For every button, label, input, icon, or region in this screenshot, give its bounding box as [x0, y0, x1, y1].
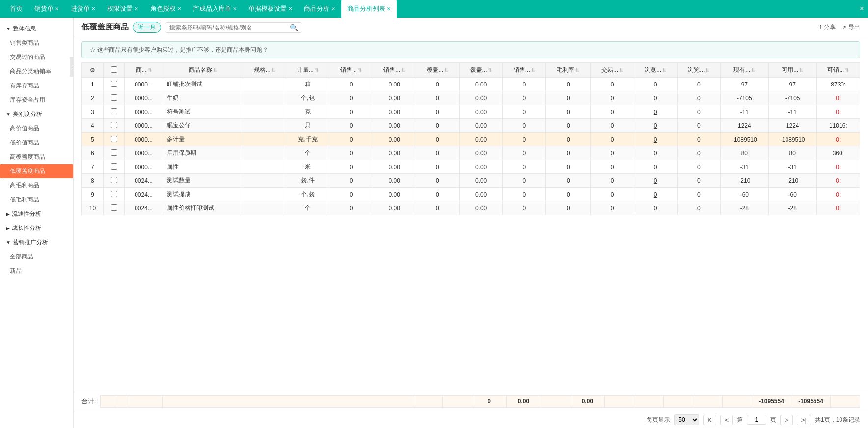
nav-template[interactable]: 单据模板设置 ×: [243, 0, 298, 18]
sidebar-section-marketing[interactable]: ▼ 营销推广分析: [0, 235, 73, 250]
row-checkbox[interactable]: [103, 201, 124, 215]
col-unit: 计量...⇅: [286, 63, 329, 78]
table-row: 5 0000... 多计量 克,千克 0 0.00 0 0.00 0 0 0 0…: [82, 133, 860, 146]
total-label: 合计:: [81, 397, 96, 406]
window-close-button[interactable]: ×: [860, 4, 864, 13]
row-cover1: 0: [416, 133, 459, 146]
sidebar-section-circulation[interactable]: ▶ 流通性分析: [0, 207, 73, 221]
row-browse1[interactable]: 0: [634, 91, 677, 105]
table-header-row: ⚙ 商...⇅ 商品名称⇅ 规格...⇅ 计量...⇅ 销售...⇅ 销售...…: [82, 63, 860, 78]
nav-product-analysis-list[interactable]: 商品分析列表 ×: [341, 0, 397, 18]
row-name[interactable]: 眠宝公仔: [163, 119, 243, 133]
sidebar-item-all-goods[interactable]: 全部商品: [0, 250, 73, 264]
col-settings[interactable]: ⚙: [82, 63, 104, 78]
row-gross-rate: 0: [546, 160, 591, 174]
export-button[interactable]: ↗ 导出: [841, 23, 860, 31]
row-cover2: 0.00: [460, 91, 503, 105]
nav-product-in[interactable]: 产成品入库单 ×: [187, 0, 243, 18]
prev-page-button[interactable]: <: [720, 415, 733, 425]
sidebar-item-sales-goods[interactable]: 销售类商品: [0, 36, 73, 50]
row-current: 1224: [720, 119, 768, 133]
share-button[interactable]: ⤴ 分享: [819, 23, 836, 31]
row-browse1[interactable]: 0: [634, 105, 677, 119]
sidebar-item-new-goods[interactable]: 新品: [0, 264, 73, 278]
row-sales-amt: 0.00: [373, 133, 416, 146]
time-filter-button[interactable]: 近一月: [133, 22, 161, 33]
row-name[interactable]: 符号测试: [163, 105, 243, 119]
sidebar-item-capital[interactable]: 库存资金占用: [0, 93, 73, 107]
summary-current: -1095554: [752, 396, 791, 408]
sidebar-item-category-rate[interactable]: 商品分类动销率: [0, 64, 73, 79]
nav-product-analysis[interactable]: 商品分析 ×: [298, 0, 341, 18]
row-cover2: 0.00: [460, 174, 503, 188]
sidebar-item-in-stock[interactable]: 有库存商品: [0, 79, 73, 93]
row-spec: [243, 174, 286, 188]
row-browse1[interactable]: 0: [634, 174, 677, 188]
row-name[interactable]: 启用保质期: [163, 146, 243, 160]
first-page-button[interactable]: K: [703, 415, 716, 425]
row-checkbox[interactable]: [103, 160, 124, 174]
row-browse1[interactable]: 0: [634, 119, 677, 133]
row-checkbox[interactable]: [103, 119, 124, 133]
sidebar-item-high-value[interactable]: 高价值商品: [0, 121, 73, 136]
row-name[interactable]: 属性价格打印测试: [163, 201, 243, 215]
col-trade: 交易...⇅: [591, 63, 634, 78]
sidebar-item-high-coverage[interactable]: 高覆盖度商品: [0, 150, 73, 164]
row-checkbox[interactable]: [103, 105, 124, 119]
nav-sales-order[interactable]: 销货单 ×: [28, 0, 65, 18]
col-browse2: 浏览...⇅: [677, 63, 720, 78]
row-name[interactable]: 属性: [163, 160, 243, 174]
row-browse1[interactable]: 0: [634, 78, 677, 91]
row-checkbox[interactable]: [103, 146, 124, 160]
row-name[interactable]: 多计量: [163, 133, 243, 146]
row-checkbox[interactable]: [103, 91, 124, 105]
row-name[interactable]: 测试数量: [163, 174, 243, 188]
table-row: 6 0000... 启用保质期 个 0 0.00 0 0.00 0 0 0 0 …: [82, 146, 860, 160]
row-trade: 0: [591, 91, 634, 105]
select-all-checkbox[interactable]: [111, 66, 117, 73]
sidebar-section-category[interactable]: ▼ 类别度分析: [0, 107, 73, 121]
row-cover2: 0.00: [460, 119, 503, 133]
row-saleable: 11016:: [816, 119, 860, 133]
nav-permission[interactable]: 权限设置 ×: [101, 0, 144, 18]
next-page-button[interactable]: >: [780, 415, 793, 425]
row-gross-rate: 0: [546, 133, 591, 146]
row-browse2: 0: [677, 160, 720, 174]
row-checkbox[interactable]: [103, 133, 124, 146]
row-browse1[interactable]: 0: [634, 160, 677, 174]
sidebar-section-overall[interactable]: ▼ 整体信息: [0, 22, 73, 36]
row-browse1[interactable]: 0: [634, 201, 677, 215]
sidebar-item-low-coverage[interactable]: 低覆盖度商品: [0, 164, 73, 178]
row-checkbox[interactable]: [103, 174, 124, 188]
search-input[interactable]: [169, 24, 290, 31]
row-sales-amt: 0.00: [373, 174, 416, 188]
row-checkbox[interactable]: [103, 78, 124, 91]
row-browse1[interactable]: 0: [634, 133, 677, 146]
row-name[interactable]: 牛奶: [163, 91, 243, 105]
row-browse1[interactable]: 0: [634, 188, 677, 201]
nav-purchase-order[interactable]: 进货单 ×: [65, 0, 101, 18]
search-icon[interactable]: 🔍: [290, 24, 298, 31]
row-name[interactable]: 旺铺批次测试: [163, 78, 243, 91]
sidebar-item-traded-goods[interactable]: 交易过的商品: [0, 50, 73, 64]
page-number-input[interactable]: [747, 415, 766, 425]
sidebar-collapse-button[interactable]: «: [70, 57, 74, 77]
row-checkbox[interactable]: [103, 188, 124, 201]
sidebar-item-low-gross[interactable]: 低毛利商品: [0, 193, 73, 207]
row-current: -210: [720, 174, 768, 188]
nav-role-auth[interactable]: 角色授权 ×: [144, 0, 187, 18]
page-size-select[interactable]: 50 10 20 100: [674, 414, 699, 425]
row-name[interactable]: 测试提成: [163, 188, 243, 201]
sidebar-section-growth[interactable]: ▶ 成长性分析: [0, 221, 73, 235]
row-spec: [243, 119, 286, 133]
summary-sales-amt: 0.00: [507, 396, 541, 408]
sidebar-item-low-value[interactable]: 低价值商品: [0, 136, 73, 150]
row-unit: 袋,件: [286, 174, 329, 188]
row-sales-amt: 0.00: [373, 188, 416, 201]
sidebar-item-high-gross[interactable]: 高毛利商品: [0, 178, 73, 193]
last-page-button[interactable]: >|: [797, 415, 811, 425]
row-saleable: 0:: [816, 188, 860, 201]
nav-home[interactable]: 首页: [4, 0, 28, 18]
row-browse1[interactable]: 0: [634, 146, 677, 160]
row-code: 0024...: [125, 174, 163, 188]
